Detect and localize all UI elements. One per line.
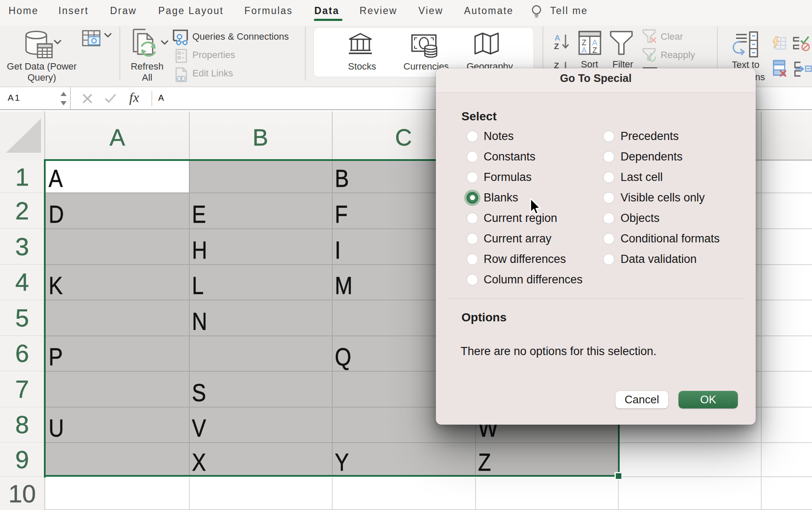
svg-text:A: A [554, 33, 560, 42]
svg-text:A: A [582, 46, 587, 55]
svg-text:Z: Z [582, 38, 586, 47]
svg-text:Z: Z [592, 46, 597, 55]
svg-text:Z: Z [554, 42, 559, 50]
svg-text:A: A [592, 38, 597, 47]
